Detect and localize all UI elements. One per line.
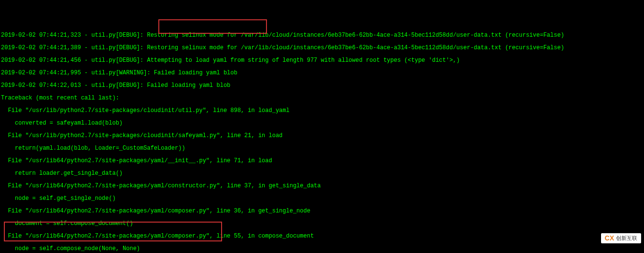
terminal-output: 2019-02-02 07:44:21,323 - util.py[DEBUG]… [1, 26, 643, 253]
watermark-text: 创新互联 [616, 235, 637, 241]
log-line: 2019-02-02 07:44:21,995 - util.py[WARNIN… [1, 70, 643, 76]
traceback-line: File "/usr/lib64/python2.7/site-packages… [1, 233, 643, 239]
traceback-line: File "/usr/lib64/python2.7/site-packages… [1, 183, 643, 189]
traceback-line: return(yaml.load(blob, Loader=_CustomSaf… [1, 145, 643, 152]
watermark-badge: CX 创新互联 [601, 233, 641, 243]
traceback-line: node = self.compose_node(None, None) [1, 246, 643, 252]
log-line: 2019-02-02 07:44:21,389 - util.py[DEBUG]… [1, 45, 643, 51]
traceback-line: converted = safeyaml.load(blob) [1, 120, 643, 126]
traceback-line: File "/usr/lib/python2.7/site-packages/c… [1, 133, 643, 139]
traceback-line: File "/usr/lib64/python2.7/site-packages… [1, 208, 643, 214]
traceback-line: node = self.get_single_node() [1, 196, 643, 202]
log-line: 2019-02-02 07:44:22,013 - util.py[DEBUG]… [1, 83, 643, 89]
traceback-line: return loader.get_single_data() [1, 170, 643, 177]
log-line: 2019-02-02 07:44:21,323 - util.py[DEBUG]… [1, 32, 643, 39]
log-line: 2019-02-02 07:44:21,456 - util.py[DEBUG]… [1, 57, 643, 64]
watermark-logo-icon: CX [605, 235, 614, 241]
traceback-line: Traceback (most recent call last): [1, 95, 643, 101]
traceback-line: File "/usr/lib64/python2.7/site-packages… [1, 158, 643, 164]
traceback-line: document = self.compose_document() [1, 221, 643, 227]
traceback-line: File "/usr/lib/python2.7/site-packages/c… [1, 108, 643, 114]
